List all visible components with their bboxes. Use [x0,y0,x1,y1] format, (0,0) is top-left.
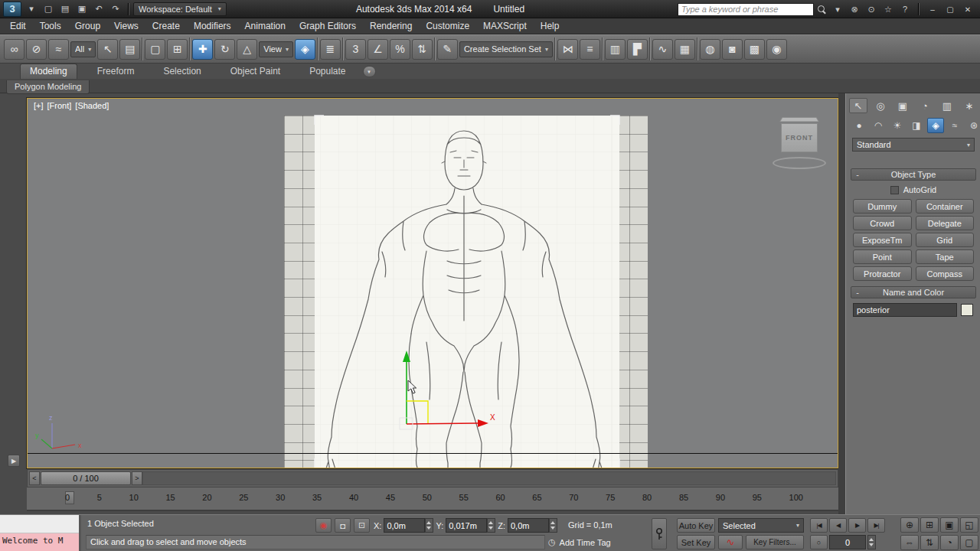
rectangular-selection-icon[interactable]: ▢ [145,39,165,60]
tab-polygon-modeling[interactable]: Polygon Modeling [6,80,90,94]
tab-populate[interactable]: Populate [300,64,354,79]
time-slider-track[interactable] [142,471,836,485]
delegate-button[interactable]: Delegate [916,216,975,230]
rendered-frame-icon[interactable]: ▩ [744,39,765,60]
named-selection-set-dropdown[interactable]: Create Selection Set ▾ [459,41,553,57]
menu-help[interactable]: Help [534,19,567,33]
track-bar[interactable]: 0510152025303540455055606570758085909510… [27,487,838,511]
search-caret-icon[interactable]: ▾ [830,2,845,16]
gizmo-xy-plane-handle[interactable] [407,401,428,424]
menu-group[interactable]: Group [68,19,107,33]
viewport-menu-general[interactable]: [+] [34,101,44,110]
tab-selection[interactable]: Selection [154,64,210,79]
y-spinner[interactable] [487,518,495,533]
tab-freeform[interactable]: Freeform [88,64,144,79]
spinner-snap-icon[interactable]: ⇅ [412,39,433,60]
default-tangent-button[interactable]: ∿ [718,535,743,549]
angle-snap-icon[interactable]: ∠ [368,39,388,60]
tab-display-icon[interactable]: ▥ [938,98,956,113]
container-button[interactable]: Container [916,199,975,214]
exposetm-button[interactable]: ExposeTm [853,233,912,247]
bind-to-space-warp-icon[interactable]: ≈ [48,39,69,60]
current-frame-field[interactable] [829,535,866,549]
menu-create[interactable]: Create [145,19,187,33]
menu-animation[interactable]: Animation [238,19,292,33]
time-slider[interactable]: < 0 / 100 > [27,469,838,487]
collapse-icon[interactable]: - [851,288,864,297]
time-tag[interactable]: ◷ Add Time Tag [548,537,611,547]
menu-maxscript[interactable]: MAXScript [476,19,534,33]
collapse-icon[interactable]: - [851,170,864,179]
tab-modify-icon[interactable]: ◎ [871,98,890,113]
help-icon[interactable]: ? [897,2,913,16]
keyboard-shortcut-override-icon[interactable]: ≣ [320,39,341,60]
pan-icon[interactable]: ⇔ [900,535,919,550]
gizmo-x-axis[interactable] [407,423,478,424]
menu-edit[interactable]: Edit [3,19,33,33]
category-helpers-icon[interactable]: ◈ [927,118,944,133]
open-file-icon[interactable]: ▤ [57,2,73,16]
select-object-icon[interactable]: ↖ [97,39,118,60]
compass-button[interactable]: Compass [916,266,975,281]
point-button[interactable]: Point [853,249,912,264]
select-and-link-icon[interactable]: ∞ [4,39,24,60]
schematic-view-icon[interactable]: ▦ [675,39,695,60]
edit-named-selection-sets-icon[interactable]: ✎ [437,39,458,60]
infocenter-search-input[interactable] [678,3,814,16]
mirror-icon[interactable]: ⋈ [557,39,578,60]
new-scene-icon[interactable]: ▢ [41,2,56,16]
viewcube[interactable]: FRONT [772,114,827,171]
snap-toggle-icon[interactable]: 3 [345,39,366,60]
percent-snap-icon[interactable]: % [390,39,410,60]
redo-icon[interactable]: ↷ [108,2,123,16]
set-key-button[interactable]: Set Key [677,535,715,549]
select-by-name-icon[interactable]: ▤ [119,39,140,60]
z-spinner[interactable] [549,518,557,533]
orbit-icon[interactable]: ◔ [940,535,959,550]
grid-button[interactable]: Grid [916,233,975,247]
curve-editor-icon[interactable]: ∿ [652,39,673,60]
communication-center-icon[interactable]: ⊙ [864,2,879,16]
previous-frame-button[interactable]: ◀ [829,518,847,533]
select-and-rotate-icon[interactable]: ↻ [214,39,235,60]
key-mode-toggle[interactable]: ○ [810,535,828,549]
category-cameras-icon[interactable]: ◨ [908,118,925,133]
previous-frame-arrow[interactable]: < [29,471,40,485]
listener-pane[interactable]: Welcome to M [0,533,79,551]
search-icon[interactable] [817,5,827,15]
viewcube-compass-ring[interactable] [773,157,826,169]
object-name-input[interactable] [853,303,957,317]
category-shapes-icon[interactable]: ◠ [870,118,887,133]
tab-object-paint[interactable]: Object Paint [221,64,289,79]
protractor-button[interactable]: Protractor [853,266,912,281]
menu-graph-editors[interactable]: Graph Editors [292,19,363,33]
viewcube-front-face[interactable]: FRONT [781,123,818,152]
select-and-scale-icon[interactable]: △ [237,39,257,60]
tab-hierarchy-icon[interactable]: ▣ [893,98,912,113]
viewport-menu-shading[interactable]: [Shaded] [75,101,109,110]
viewport-front[interactable]: X z x y FRONT [+] [Front] [Shaded] [27,98,838,468]
align-icon[interactable]: ≡ [580,39,600,60]
exchange-apps-icon[interactable]: ⊗ [847,2,862,16]
undo-icon[interactable]: ↶ [91,2,106,16]
animate-selection-dropdown[interactable]: Selected ▾ [718,518,804,533]
autogrid-checkbox[interactable] [890,186,899,194]
app-menu-caret-icon[interactable]: ▾ [24,2,39,16]
tape-button[interactable]: Tape [916,249,975,264]
category-systems-icon[interactable]: ⊛ [965,118,980,133]
crowd-button[interactable]: Crowd [853,216,912,230]
rollout-name-and-color[interactable]: - Name and Color [851,286,976,298]
render-production-icon[interactable]: ◉ [766,39,787,60]
go-to-end-button[interactable]: ▶| [867,518,885,533]
walk-through-icon[interactable]: ⇅ [920,535,939,550]
select-and-move-icon[interactable]: ✚ [192,39,213,60]
zoom-extents-icon[interactable]: ▣ [940,517,959,533]
minimize-button[interactable]: – [924,3,941,16]
ribbon-config-button[interactable]: ▾ [363,66,376,77]
next-frame-arrow[interactable]: > [132,471,142,485]
category-spacewarps-icon[interactable]: ≈ [946,118,963,133]
favorites-icon[interactable]: ☆ [880,2,896,16]
maxscript-mini-listener[interactable]: Welcome to M [0,515,81,551]
category-geometry-icon[interactable]: ● [851,118,867,133]
rollout-object-type[interactable]: - Object Type [851,168,976,181]
